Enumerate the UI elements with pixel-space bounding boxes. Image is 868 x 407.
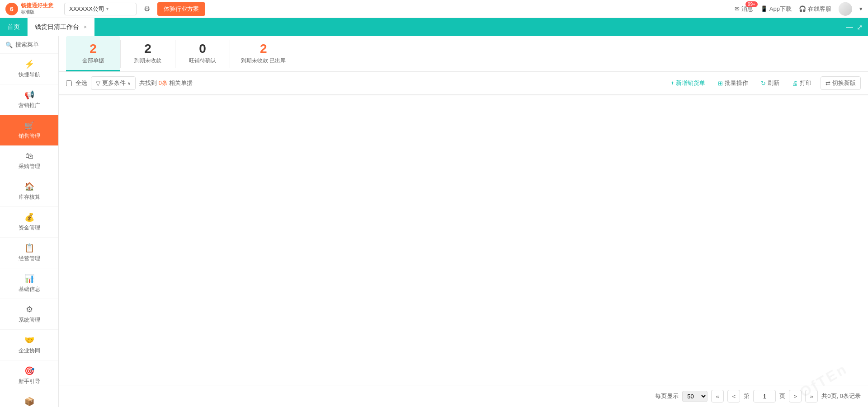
sidebar-item-appstore[interactable]: 📦 应用中心 (0, 391, 58, 407)
tab-close-icon[interactable]: × (84, 24, 87, 30)
main-layout: 🔍 搜索菜单 ⚡ 快捷导航 📢 营销推广 🛒 销售管理 🛍 采购管理 🏠 库存核… (0, 36, 868, 407)
company-selector[interactable]: XXXXXX公司 ▾ (64, 3, 137, 15)
purchase-icon: 🛍 (25, 151, 33, 161)
tab-bar-right: — ⤢ (846, 23, 868, 32)
sidebar-label-quick-nav: 快捷导航 (19, 71, 40, 79)
stat-label-shipped: 到期未收款 已出库 (241, 57, 286, 65)
batch-operation-button[interactable]: ⊞ 批量操作 (714, 77, 752, 89)
stat-tab-all[interactable]: 2 全部单据 (66, 36, 120, 71)
trial-button[interactable]: 体验行业方案 (157, 2, 205, 16)
sidebar-item-base[interactable]: 📊 基础信息 (0, 268, 58, 299)
app-label: App下载 (769, 5, 792, 13)
toolbar-right: + 新增销货单 ⊞ 批量操作 ↻ 刷新 🖨 打印 ⇄ 切换新版 (667, 76, 861, 90)
avatar-image (839, 2, 852, 16)
inventory-icon: 🏠 (24, 182, 34, 192)
tab-minimize-btn[interactable]: — (846, 23, 853, 31)
tab-workbench[interactable]: 钱货日清工作台 × (28, 18, 94, 36)
sidebar-search-label: 搜索菜单 (15, 41, 39, 49)
stat-tab-pending[interactable]: 0 旺铺待确认 (175, 36, 230, 71)
chevron-down-icon: ▾ (859, 5, 863, 12)
finance-icon: 💰 (24, 212, 34, 222)
service-label: 在线客服 (808, 5, 831, 13)
sidebar-label-finance: 资金管理 (19, 224, 40, 232)
sidebar-label-sales: 销售管理 (19, 132, 40, 140)
prev-page-button[interactable]: < (727, 390, 740, 402)
quick-nav-icon: ⚡ (24, 59, 34, 69)
stat-num-overdue: 2 (144, 42, 151, 56)
sidebar-item-operations[interactable]: 📋 经营管理 (0, 238, 58, 268)
tab-home[interactable]: 首页 (0, 18, 28, 36)
sidebar-label-inventory: 库存核算 (19, 193, 40, 201)
print-icon: 🖨 (792, 80, 798, 87)
switch-label: 切换新版 (832, 79, 856, 87)
stat-tab-shipped[interactable]: 2 到期未收款 已出库 (230, 36, 297, 71)
sidebar-item-sales[interactable]: 🛒 销售管理 (0, 115, 58, 146)
user-menu-button[interactable]: ▾ (859, 5, 863, 12)
tab-workbench-label: 钱货日清工作台 (35, 23, 79, 31)
sales-icon: 🛒 (24, 121, 34, 131)
company-arrow: ▾ (106, 6, 108, 11)
sidebar-search[interactable]: 🔍 搜索菜单 (0, 36, 58, 54)
print-button[interactable]: 🖨 打印 (788, 77, 815, 89)
marketing-icon: 📢 (24, 90, 34, 100)
logo-sub: 标准版 (21, 9, 53, 15)
avatar[interactable] (839, 2, 852, 16)
page-number-input[interactable] (753, 390, 776, 402)
page-size-label: 每页显示 (655, 392, 679, 400)
tab-home-label: 首页 (7, 23, 20, 31)
system-icon: ⚙ (26, 304, 33, 314)
sidebar-label-marketing: 营销推广 (19, 102, 40, 109)
refresh-icon: ↻ (761, 80, 766, 87)
top-bar: 6 畅捷通好生意 标准版 XXXXXX公司 ▾ ⚙ 体验行业方案 ✉ 消息 99… (0, 0, 868, 18)
logo-name: 畅捷通好生意 (21, 2, 53, 9)
stat-tab-overdue[interactable]: 2 到期未收款 (121, 36, 175, 71)
switch-icon: ⇄ (826, 80, 830, 87)
stat-num-shipped: 2 (260, 42, 267, 56)
app-download-button[interactable]: 📱 App下载 (760, 5, 792, 13)
company-name: XXXXXX公司 (69, 5, 104, 13)
sidebar-item-guide[interactable]: 🎯 新手引导 (0, 360, 58, 391)
content-area: 2 全部单据 2 到期未收款 0 旺铺待确认 2 到期未收款 已出库 全选 (59, 36, 868, 407)
sidebar-item-purchase[interactable]: 🛍 采购管理 (0, 146, 58, 176)
tab-maximize-btn[interactable]: ⤢ (857, 23, 863, 32)
top-right-area: ✉ 消息 99+ 📱 App下载 🎧 在线客服 ▾ (735, 2, 863, 16)
sidebar: 🔍 搜索菜单 ⚡ 快捷导航 📢 营销推广 🛒 销售管理 🛍 采购管理 🏠 库存核… (0, 36, 59, 407)
toolbar: 全选 ▽ 更多条件 ∨ 共找到 0条 相关单据 + 新增销货单 ⊞ 批量操作 (59, 72, 868, 95)
message-badge: 99+ (745, 1, 758, 7)
next-page-button[interactable]: > (789, 390, 802, 402)
found-text: 共找到 0条 相关单据 (139, 79, 193, 87)
sidebar-item-system[interactable]: ⚙ 系统管理 (0, 299, 58, 330)
refresh-button[interactable]: ↻ 刷新 (757, 77, 783, 89)
sidebar-label-guide: 新手引导 (19, 378, 40, 385)
sidebar-item-enterprise[interactable]: 🤝 企业协同 (0, 330, 58, 360)
new-sale-button[interactable]: + 新增销货单 (667, 77, 709, 89)
service-button[interactable]: 🎧 在线客服 (799, 5, 831, 13)
print-label: 打印 (800, 79, 811, 87)
filter-arrow-icon: ∨ (127, 81, 131, 86)
sidebar-item-inventory[interactable]: 🏠 库存核算 (0, 176, 58, 207)
page-text2: 页 (779, 392, 785, 400)
sidebar-label-system: 系统管理 (19, 316, 40, 324)
page-size-select[interactable]: 50 100 (682, 391, 708, 402)
first-page-button[interactable]: « (711, 390, 724, 402)
stat-num-pending: 0 (199, 42, 206, 56)
batch-icon: ⊞ (718, 80, 723, 87)
page-text: 第 (744, 392, 750, 400)
logo-icon: 6 (5, 3, 18, 15)
app-icon: 📱 (760, 5, 768, 12)
filter-icon: ▽ (96, 80, 100, 87)
select-all-checkbox[interactable] (66, 80, 72, 86)
settings-button[interactable]: ⚙ (140, 2, 154, 16)
found-count: 0条 (159, 80, 168, 86)
sidebar-item-marketing[interactable]: 📢 营销推广 (0, 84, 58, 115)
enterprise-icon: 🤝 (24, 335, 34, 345)
last-page-button[interactable]: » (805, 390, 818, 402)
sidebar-item-quick-nav[interactable]: ⚡ 快捷导航 (0, 54, 58, 84)
filter-button[interactable]: ▽ 更多条件 ∨ (91, 76, 136, 90)
tab-bar: 首页 钱货日清工作台 × — ⤢ (0, 18, 868, 36)
sidebar-item-finance[interactable]: 💰 资金管理 (0, 207, 58, 238)
service-icon: 🎧 (799, 5, 806, 12)
total-info: 共0页, 0条记录 (821, 392, 861, 400)
message-button[interactable]: ✉ 消息 99+ (735, 5, 753, 13)
switch-version-button[interactable]: ⇄ 切换新版 (821, 76, 861, 90)
